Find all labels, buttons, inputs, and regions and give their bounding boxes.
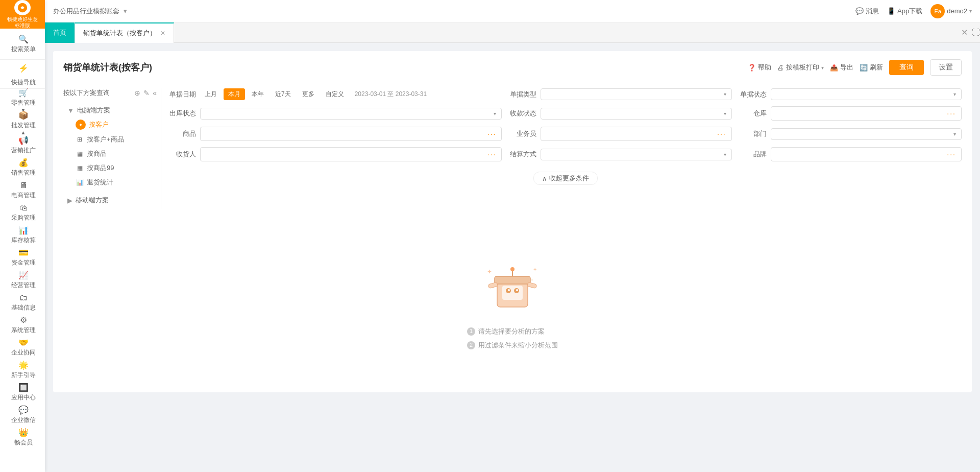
settlement-select[interactable]: ▾	[541, 149, 731, 160]
type-select[interactable]: ▾	[541, 88, 731, 100]
svg-point-6	[508, 289, 510, 291]
page-content: 销货单统计表(按客户) ❓ 帮助 🖨 按模板打印 ▾ 📤 导出	[45, 43, 980, 472]
sidebar-item-quicknav[interactable]: ⚡ 快捷导航	[0, 64, 45, 86]
tree-child-customer-goods[interactable]: ⊞ 按客户+商品	[71, 132, 157, 147]
edit-scheme-btn[interactable]: ✎	[143, 89, 150, 97]
sidebar-item-wechat[interactable]: 💬 企业微信	[0, 404, 45, 426]
dept-select[interactable]: ▾	[771, 128, 962, 140]
type-control: ▾	[541, 88, 731, 100]
out-status-label: 出库状态	[169, 109, 200, 118]
quicknav-label: 快捷导航	[11, 76, 36, 89]
operations-label: 经营管理	[11, 281, 36, 290]
filter-status: 单据状态 ▾	[740, 88, 962, 100]
sidebar-item-search[interactable]: 🔍 搜索菜单	[0, 33, 45, 55]
date-control: 上月 本月 本年 近7天 更多 自定义 2023-03-01 至 2023-03…	[200, 88, 502, 100]
child-goods99-label: 按商品99	[87, 163, 114, 173]
marketing-icon: 📢	[18, 135, 29, 145]
app-download-btn[interactable]: 📱 App下载	[887, 7, 922, 16]
payment-control: ▾	[541, 108, 731, 120]
sidebar-item-base[interactable]: 🗂 基础信息	[0, 291, 45, 314]
help-btn[interactable]: ❓ 帮助	[748, 63, 771, 72]
sidebar-item-operations[interactable]: 📈 经营管理	[0, 269, 45, 291]
date-tab-custom[interactable]: 自定义	[321, 88, 349, 100]
sidebar-item-finance[interactable]: 💳 资金管理	[0, 246, 45, 269]
staff-label: 业务员	[510, 129, 541, 138]
staff-select[interactable]: ···	[541, 127, 731, 141]
filter-warehouse: 仓库 ···	[740, 106, 962, 121]
industry-dropdown-icon[interactable]: ▾	[124, 7, 127, 15]
tab-sales-stats[interactable]: 销货单统计表（按客户） ✕	[75, 22, 174, 43]
filter-row-3: 商品 ··· 业务员 ···	[169, 127, 962, 141]
sidebar-item-ecommerce[interactable]: 🖥 电商管理	[0, 179, 45, 201]
left-panel-header: 按以下方案查询 ⊕ ✎ «	[63, 88, 157, 98]
brand-dots[interactable]: ···	[947, 150, 956, 158]
sales-icon: 💰	[18, 158, 29, 168]
goods-dots[interactable]: ···	[487, 130, 497, 138]
filter-out-status: 出库状态 ▾	[169, 108, 502, 120]
message-btn[interactable]: 💬 消息	[855, 7, 879, 16]
tree-child-goods99[interactable]: ▦ 按商品99	[71, 161, 157, 175]
date-tab-this-year[interactable]: 本年	[247, 88, 268, 100]
collapse-panel-btn[interactable]: «	[153, 89, 157, 97]
user-dropdown-icon: ▾	[969, 8, 972, 14]
out-status-arrow: ▾	[494, 111, 496, 116]
tree-mobile-text: 移动端方案	[76, 196, 109, 205]
out-status-select[interactable]: ▾	[200, 108, 502, 120]
tab-home[interactable]: 首页	[45, 22, 75, 43]
empty-text: 1 请先选择要分析的方案 2 用过滤条件来缩小分析范围	[467, 325, 558, 351]
goods-select[interactable]: ···	[200, 127, 502, 141]
sidebar-item-marketing[interactable]: 📢 营销推广	[0, 134, 45, 156]
tree-child-by-customer[interactable]: ● 按客户	[71, 117, 157, 132]
brand-select[interactable]: ···	[771, 147, 962, 161]
sidebar-item-retail[interactable]: 🛒 零售管理 ▼	[0, 89, 45, 111]
sidebar-item-purchase[interactable]: 🛍 采购管理	[0, 201, 45, 224]
query-button[interactable]: 查询	[889, 60, 924, 75]
status-select[interactable]: ▾	[771, 88, 962, 100]
sidebar-item-enterprise[interactable]: 🤝 企业协同	[0, 336, 45, 359]
refresh-btn[interactable]: 🔄 刷新	[860, 63, 883, 72]
sidebar-item-newbie[interactable]: 🌟 新手引导	[0, 359, 45, 381]
main-area: 办公用品行业模拟账套 ▾ 💬 消息 📱 App下载 Ea demo2 ▾ 首	[45, 0, 980, 472]
base-icon: 🗂	[19, 293, 28, 302]
sidebar-item-system[interactable]: ⚙ 系统管理	[0, 314, 45, 336]
warehouse-dots[interactable]: ···	[947, 109, 956, 117]
filter-receiver: 收货人 ···	[169, 147, 502, 161]
sidebar-item-apps[interactable]: 🔲 应用中心	[0, 381, 45, 404]
settings-button[interactable]: 设置	[930, 59, 962, 76]
logo-subtext: 标准版	[15, 22, 30, 29]
staff-dots[interactable]: ···	[717, 130, 726, 138]
tree-node-mobile-label[interactable]: ▶ 移动端方案	[63, 194, 157, 207]
sidebar-item-inventory[interactable]: 📊 库存核算	[0, 224, 45, 246]
export-btn[interactable]: 📤 导出	[830, 63, 853, 72]
wholesale-label: 批发管理	[11, 121, 36, 130]
user-menu[interactable]: Ea demo2 ▾	[930, 4, 972, 18]
sidebar-item-vip[interactable]: 👑 畅会员	[0, 426, 45, 449]
window-close-btn[interactable]: ✕	[961, 28, 968, 37]
child-returns-label: 退货统计	[87, 178, 113, 187]
tree-node-desktop-label[interactable]: ▼ 电脑端方案	[63, 104, 157, 117]
receiver-dots[interactable]: ···	[487, 150, 497, 158]
window-expand-btn[interactable]: ⛶	[972, 28, 980, 37]
sidebar-item-wholesale[interactable]: 📦 批发管理 ▲	[0, 111, 45, 134]
receiver-select[interactable]: ···	[200, 147, 502, 161]
add-scheme-btn[interactable]: ⊕	[134, 89, 140, 97]
date-tab-more[interactable]: 更多	[298, 88, 319, 100]
tree-child-by-goods[interactable]: ▦ 按商品	[71, 147, 157, 161]
print-btn[interactable]: 🖨 按模板打印 ▾	[777, 63, 824, 72]
date-tab-7days[interactable]: 近7天	[271, 88, 296, 100]
warehouse-select[interactable]: ···	[771, 106, 962, 121]
collapse-btn[interactable]: ∧ 收起更多条件	[533, 172, 598, 185]
payment-select[interactable]: ▾	[541, 108, 731, 120]
date-tab-last-month[interactable]: 上月	[200, 88, 222, 100]
collapse-row: ∧ 收起更多条件	[169, 168, 962, 189]
sidebar-item-sales[interactable]: 💰 销售管理	[0, 156, 45, 179]
tree-child-returns[interactable]: 📊 退货统计	[71, 175, 157, 190]
date-tab-this-month[interactable]: 本月	[224, 88, 245, 100]
tab-close-btn[interactable]: ✕	[160, 30, 165, 37]
svg-rect-11	[527, 282, 537, 288]
logo-icon	[14, 0, 31, 15]
export-label: 导出	[840, 63, 853, 72]
date-tabs: 上月 本月 本年 近7天 更多 自定义 2023-03-01 至 2023-03…	[200, 88, 502, 100]
collapse-up-icon: ∧	[542, 175, 547, 182]
filter-brand: 品牌 ···	[740, 147, 962, 161]
